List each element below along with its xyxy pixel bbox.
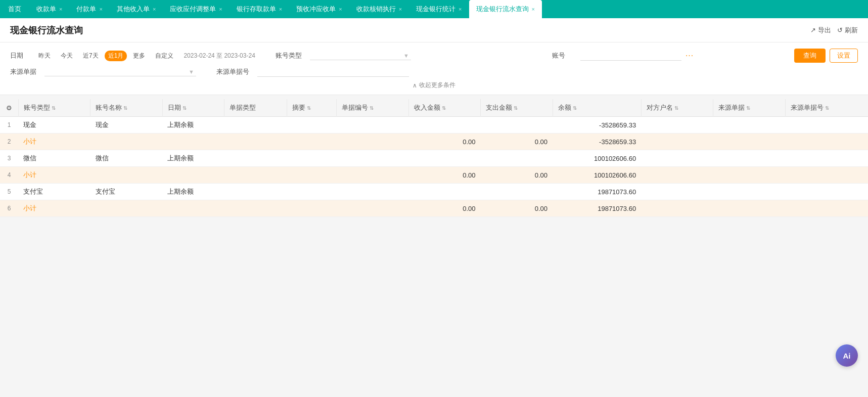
table-row: 2小计0.000.00-3528659.33: [0, 134, 868, 150]
collapse-icon: ∧: [413, 82, 417, 89]
close-icon[interactable]: ×: [153, 0, 156, 18]
account-type-select[interactable]: ▼: [310, 52, 411, 60]
close-icon[interactable]: ×: [59, 0, 62, 18]
cell-counterparty: [641, 134, 713, 150]
cell-expense: [481, 117, 553, 134]
col-header-doc_type: 单据类型: [224, 99, 287, 117]
date-option-btn[interactable]: 近7天: [79, 50, 103, 62]
nav-tab[interactable]: 收款单×: [29, 0, 69, 18]
cell-counterparty: [641, 150, 713, 167]
account-group: 账号 ···: [552, 51, 788, 61]
sort-icon: ⇅: [442, 105, 446, 111]
col-header-summary[interactable]: 摘要 ⇅: [287, 99, 336, 117]
col-header-source_doc[interactable]: 来源单据 ⇅: [713, 99, 786, 117]
col-header-expense[interactable]: 支出金额 ⇅: [481, 99, 553, 117]
cell-seq: 3: [0, 150, 18, 167]
date-label: 日期: [10, 51, 30, 60]
cell-account-name: [90, 200, 163, 217]
account-input[interactable]: [580, 51, 681, 61]
nav-tab[interactable]: 现金银行统计×: [409, 0, 469, 18]
date-range-text: 2023-02-24 至 2023-03-24: [184, 52, 255, 60]
cell-doc-no: [337, 200, 409, 217]
nav-tab[interactable]: 应收应付调整单×: [163, 0, 229, 18]
refresh-icon: ↺: [837, 26, 843, 34]
nav-tab[interactable]: 收款核销执行×: [349, 0, 409, 18]
date-option-btn[interactable]: 自定义: [151, 50, 177, 62]
date-option-btn[interactable]: 今天: [57, 50, 77, 62]
cell-source-doc: [713, 200, 786, 217]
cell-summary: [287, 167, 336, 184]
col-header-counterparty[interactable]: 对方户名 ⇅: [641, 99, 713, 117]
page-title: 现金银行流水查询: [10, 24, 83, 36]
col-header-income[interactable]: 收入金额 ⇅: [408, 99, 481, 117]
source-doc-label: 来源单据: [10, 67, 36, 76]
cell-balance: 100102606.60: [553, 167, 641, 184]
close-icon[interactable]: ×: [399, 0, 402, 18]
cell-account-type: 微信: [18, 150, 90, 167]
account-dots-button[interactable]: ···: [686, 51, 694, 60]
cell-doc-type: [224, 167, 287, 184]
cell-income: 0.00: [408, 200, 481, 217]
cell-income: [408, 184, 481, 200]
cell-account-type: 小计: [18, 134, 90, 150]
cell-doc-no: [337, 134, 409, 150]
sort-icon: ⇅: [674, 105, 678, 111]
refresh-button[interactable]: ↺ 刷新: [837, 26, 858, 35]
collapse-bar[interactable]: ∧ 收起更多条件: [10, 79, 858, 91]
col-header-balance[interactable]: 余额 ⇅: [553, 99, 641, 117]
col-header-doc_no[interactable]: 单据编号 ⇅: [337, 99, 409, 117]
nav-tab[interactable]: 付款单×: [69, 0, 109, 18]
cell-doc-type: [224, 150, 287, 167]
table-row: 3微信微信上期余额100102606.60: [0, 150, 868, 167]
cell-doc-type: [224, 117, 287, 134]
source-doc-no-input[interactable]: [257, 67, 409, 77]
cell-seq: 1: [0, 117, 18, 134]
cell-source-doc: [713, 150, 786, 167]
close-icon[interactable]: ×: [279, 0, 282, 18]
close-icon[interactable]: ×: [532, 0, 535, 18]
table-row: 5支付宝支付宝上期余额19871073.60: [0, 184, 868, 200]
source-row: 来源单据 ▼ 来源单据号: [10, 67, 858, 77]
sort-icon: ⇅: [573, 105, 577, 111]
filter-area: 日期 昨天今天近7天近1月更多自定义 2023-02-24 至 2023-03-…: [0, 42, 868, 95]
cell-account-name: [90, 134, 163, 150]
cell-expense: 0.00: [481, 134, 553, 150]
col-header-source_doc_no[interactable]: 来源单据号 ⇅: [785, 99, 868, 117]
cell-seq: 4: [0, 167, 18, 184]
settings-button[interactable]: 设置: [830, 49, 858, 63]
date-option-btn[interactable]: 近1月: [105, 51, 127, 61]
close-icon[interactable]: ×: [339, 0, 342, 18]
nav-tab[interactable]: 现金银行流水查询×: [469, 0, 542, 18]
close-icon[interactable]: ×: [99, 0, 102, 18]
chevron-down-icon: ▼: [403, 53, 409, 59]
source-doc-select[interactable]: ▼: [44, 68, 196, 76]
top-nav: 首页 收款单×付款单×其他收入单×应收应付调整单×银行存取款单×预收冲应收单×收…: [0, 0, 868, 18]
source-doc-no-label: 来源单据号: [216, 67, 249, 76]
date-option-btn[interactable]: 昨天: [34, 50, 55, 62]
cell-summary: [287, 134, 336, 150]
cell-expense: 0.00: [481, 200, 553, 217]
col-header-account_name[interactable]: 账号名称 ⇅: [90, 99, 163, 117]
cell-seq: 2: [0, 134, 18, 150]
sort-icon: ⇅: [182, 105, 187, 111]
nav-tab[interactable]: 其他收入单×: [110, 0, 163, 18]
cell-doc-type: [224, 200, 287, 217]
date-option-btn[interactable]: 更多: [129, 50, 149, 62]
cell-summary: [287, 117, 336, 134]
nav-tab[interactable]: 银行存取款单×: [230, 0, 289, 18]
cell-account-name: [90, 167, 163, 184]
close-icon[interactable]: ×: [459, 0, 462, 18]
settings-col[interactable]: ⚙: [0, 99, 18, 117]
filter-row-1: 日期 昨天今天近7天近1月更多自定义 2023-02-24 至 2023-03-…: [10, 49, 858, 63]
col-header-account_type[interactable]: 账号类型 ⇅: [18, 99, 90, 117]
cell-source-doc-no: [785, 150, 868, 167]
close-icon[interactable]: ×: [219, 0, 222, 18]
query-button[interactable]: 查询: [794, 49, 826, 63]
export-button[interactable]: ↗ 导出: [810, 26, 831, 35]
account-type-label: 账号类型: [276, 51, 302, 60]
cell-doc-no: [337, 150, 409, 167]
cell-counterparty: [641, 200, 713, 217]
nav-tab[interactable]: 预收冲应收单×: [289, 0, 349, 18]
col-header-date[interactable]: 日期 ⇅: [162, 99, 224, 117]
nav-home[interactable]: 首页: [0, 0, 29, 18]
